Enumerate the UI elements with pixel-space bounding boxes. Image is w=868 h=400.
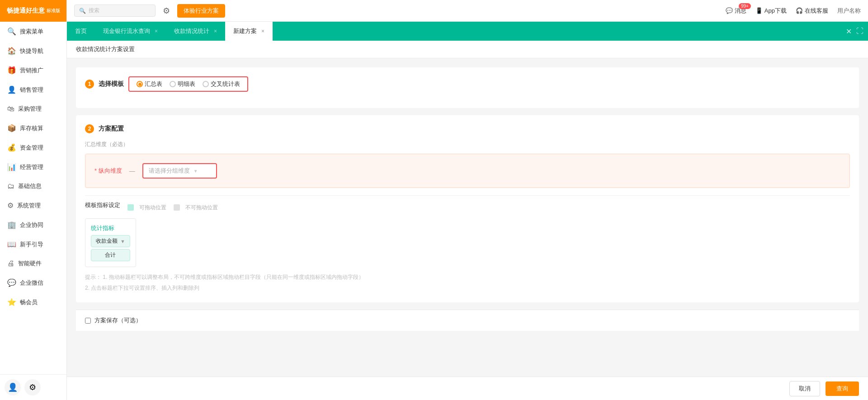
message-button[interactable]: 💬 消息 99+: [726, 7, 746, 15]
tips-section: 提示： 1. 拖动标题栏可以调整布局，不可跨维度或指标区域拖动栏目字段（只能在同…: [85, 272, 850, 293]
sidebar-item-quick-nav[interactable]: 🏠 快捷导航: [0, 41, 66, 61]
radio-detail[interactable]: 明细表: [170, 80, 195, 88]
sales-icon: 👤: [7, 85, 16, 94]
radio-detail-circle: [170, 81, 176, 87]
tab-new-plan-close[interactable]: ×: [261, 28, 264, 34]
purchase-icon: 🛍: [7, 105, 14, 113]
message-badge: 99+: [739, 3, 751, 9]
metrics-subtag-label: 合计: [105, 252, 116, 258]
metrics-section-label: 统计指标: [91, 224, 130, 232]
metrics-label: 模板指标设定: [85, 201, 120, 209]
save-label: 方案保存（可选）: [94, 316, 142, 325]
topbar-right: 💬 消息 99+ 📱 App下载 🎧 在线客服 用户名称: [726, 7, 861, 15]
draggable-color-indicator: [127, 204, 134, 211]
radio-summary[interactable]: 汇总表: [137, 80, 162, 88]
metrics-hint-non-draggable: 不可拖动位置: [185, 204, 218, 212]
search-menu-icon: 🔍: [7, 27, 16, 36]
sidebar-item-marketing[interactable]: 🎁 营销推广: [0, 61, 66, 80]
sidebar-settings-icon[interactable]: ⚙: [24, 379, 41, 395]
query-button[interactable]: 查询: [826, 381, 859, 396]
radio-cross[interactable]: 交叉统计表: [203, 80, 240, 88]
tip-2: 2. 点击标题栏下拉可设置排序、插入列和删除列: [85, 282, 850, 293]
radio-cross-label: 交叉统计表: [211, 80, 240, 88]
tabbar: 首页 现金银行流水查询 × 收款情况统计 × 新建方案 × ✕ ⛶: [67, 22, 868, 41]
sidebar-bottom: 👤 ⚙: [0, 374, 66, 400]
tab-bank-flow-label: 现金银行流水查询: [103, 27, 150, 35]
tab-close-icon[interactable]: ✕: [846, 27, 852, 36]
metrics-tag-dropdown-icon[interactable]: ▼: [120, 239, 125, 244]
tab-maximize-icon[interactable]: ⛶: [856, 27, 863, 35]
sidebar-item-label: 企业微信: [20, 279, 43, 287]
service-label: 在线客服: [805, 7, 828, 15]
tab-new-plan[interactable]: 新建方案 ×: [225, 22, 273, 41]
save-checkbox[interactable]: [85, 318, 91, 324]
sidebar-item-label: 快捷导航: [20, 47, 43, 55]
dimension-select[interactable]: 请选择分组维度 ▼: [142, 163, 217, 179]
tab-bank-flow[interactable]: 现金银行流水查询 ×: [95, 22, 166, 41]
wechat-icon: 💬: [7, 278, 16, 287]
user-info[interactable]: 用户名称: [837, 7, 861, 15]
sidebar-item-search-menu[interactable]: 🔍 搜索菜单: [0, 22, 66, 41]
operation-icon: 📊: [7, 163, 16, 171]
dimension-label-text: 汇总维度（必选）: [85, 141, 128, 147]
tab-home[interactable]: 首页: [67, 22, 95, 41]
sidebar: 畅捷通好生意 标准版 🔍 搜索菜单 🏠 快捷导航 🎁 营销推广 👤 销售管理 🛍…: [0, 0, 67, 400]
trial-button[interactable]: 体验行业方案: [177, 4, 225, 18]
sidebar-item-label: 新手引导: [20, 240, 43, 249]
template-section: 1 选择模板 汇总表 明细表 交: [76, 67, 859, 108]
sidebar-item-basic-info[interactable]: 🗂 基础信息: [0, 177, 66, 196]
metrics-tag-revenue[interactable]: 收款金额 ▼: [91, 235, 130, 247]
main-area: 🔍 搜索 ⚙ 体验行业方案 💬 消息 99+ 📱 App下载 🎧 在线客服 用户…: [67, 0, 868, 400]
sidebar-item-finance[interactable]: 💰 资金管理: [0, 138, 66, 157]
tab-receipt-stats[interactable]: 收款情况统计 ×: [166, 22, 225, 41]
config-section: 2 方案配置 汇总维度（必选） * 纵向维度 — 请选择分组维度: [76, 115, 859, 302]
radio-summary-circle: [137, 81, 143, 87]
tip-1: 提示： 1. 拖动标题栏可以调整布局，不可跨维度或指标区域拖动栏目字段（只能在同…: [85, 272, 850, 282]
sidebar-item-wechat[interactable]: 💬 企业微信: [0, 273, 66, 292]
tab-bank-flow-close[interactable]: ×: [155, 28, 158, 34]
section2-num: 2: [85, 124, 94, 133]
sidebar-item-label: 采购管理: [18, 105, 42, 113]
sidebar-item-sales[interactable]: 👤 销售管理: [0, 80, 66, 99]
system-icon: ⚙: [7, 201, 14, 210]
tab-receipt-stats-close[interactable]: ×: [214, 28, 217, 34]
logo-sub: 标准版: [47, 8, 60, 14]
dimension-select-arrow-icon: ▼: [193, 169, 198, 174]
sidebar-item-label: 销售管理: [20, 86, 43, 94]
logo-text: 畅捷通好生意: [7, 7, 45, 15]
sidebar-item-inventory[interactable]: 📦 库存核算: [0, 118, 66, 138]
sidebar-item-operation[interactable]: 📊 经营管理: [0, 157, 66, 177]
content-area: 收款情况统计方案设置 1 选择模板 汇总表: [67, 41, 868, 400]
sidebar-item-label: 资金管理: [20, 144, 43, 152]
member-icon: ⭐: [7, 298, 16, 306]
vertical-dimension-label: * 纵向维度: [94, 167, 122, 175]
sidebar-item-label: 基础信息: [18, 182, 42, 190]
dimension-config-label: 汇总维度（必选）: [85, 141, 850, 148]
sidebar-item-member[interactable]: ⭐ 畅会员: [0, 292, 66, 312]
sidebar-item-hardware[interactable]: 🖨 智能硬件: [0, 254, 66, 273]
topbar-search-text: 搜索: [89, 7, 99, 14]
topbar-gear-icon[interactable]: ⚙: [163, 6, 170, 16]
dimension-arrow: —: [129, 168, 135, 174]
non-draggable-color-indicator: [174, 204, 180, 211]
metrics-area: 统计指标 收款金额 ▼ 合计: [85, 218, 136, 267]
sidebar-item-enterprise[interactable]: 🏢 企业协同: [0, 215, 66, 235]
sidebar-item-guide[interactable]: 📖 新手引导: [0, 235, 66, 254]
hardware-icon: 🖨: [7, 259, 14, 268]
sidebar-item-purchase[interactable]: 🛍 采购管理: [0, 99, 66, 118]
download-label: App下载: [764, 7, 787, 15]
topbar: 🔍 搜索 ⚙ 体验行业方案 💬 消息 99+ 📱 App下载 🎧 在线客服 用户…: [67, 0, 868, 22]
section1-title: 选择模板: [99, 80, 124, 88]
enterprise-icon: 🏢: [7, 221, 16, 229]
sidebar-user-avatar[interactable]: 👤: [5, 379, 21, 395]
form-area: 1 选择模板 汇总表 明细表 交: [67, 58, 868, 376]
app-download-button[interactable]: 📱 App下载: [755, 7, 787, 15]
service-button[interactable]: 🎧 在线客服: [796, 7, 828, 15]
topbar-search[interactable]: 🔍 搜索: [74, 5, 156, 17]
metrics-tag-label: 收款金额: [96, 237, 118, 245]
sidebar-item-label: 经营管理: [20, 163, 43, 171]
cancel-button[interactable]: 取消: [789, 381, 820, 396]
sidebar-item-system[interactable]: ⚙ 系统管理: [0, 196, 66, 215]
tab-home-label: 首页: [75, 27, 87, 35]
radio-detail-label: 明细表: [178, 80, 195, 88]
